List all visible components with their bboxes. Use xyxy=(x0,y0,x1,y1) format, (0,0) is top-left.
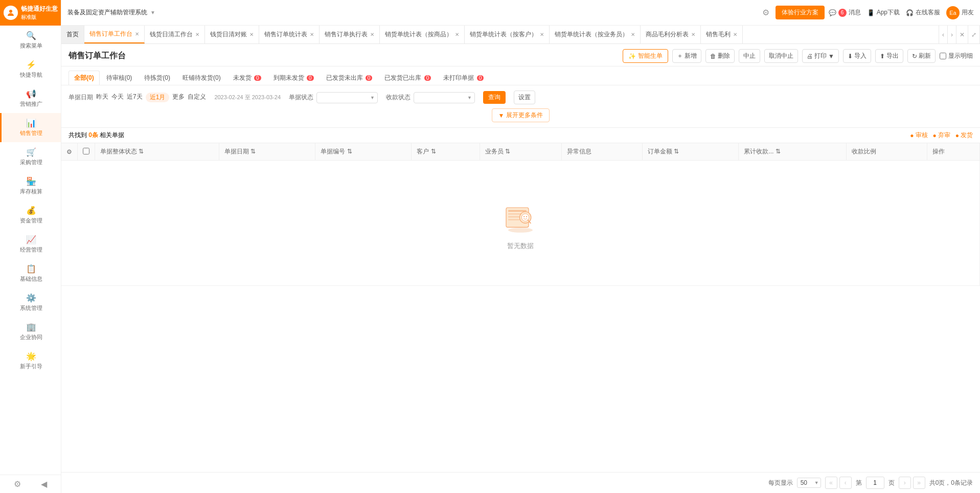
sidebar-item-marketing[interactable]: 📢 营销推广 xyxy=(0,84,61,113)
sidebar-item-inventory[interactable]: 🏪 库存核算 xyxy=(0,171,61,200)
status-select[interactable] xyxy=(316,92,378,103)
tab-home[interactable]: 首页 xyxy=(61,26,84,43)
page-first-button[interactable]: « xyxy=(825,477,837,489)
export-button[interactable]: ⬆ 导出 xyxy=(875,49,903,63)
tab-cash-reconcile[interactable]: 钱货日清对账 ✕ xyxy=(205,26,259,43)
subtab-shipped-out[interactable]: 已发货已出库 0 xyxy=(379,71,437,85)
subtab-shipped-not-out[interactable]: 已发货未出库 0 xyxy=(321,71,378,85)
sidebar-item-basicinfo[interactable]: 📋 基础信息 xyxy=(0,259,61,288)
tab-margin-analysis-close[interactable]: ✕ xyxy=(691,32,695,37)
tab-sales-stat-table-close[interactable]: ✕ xyxy=(310,32,314,37)
tab-expand[interactable]: ⤢ xyxy=(968,26,980,43)
date-7days[interactable]: 近7天 xyxy=(127,93,143,102)
tab-sales-stat-staff[interactable]: 销货单统计表（按业务员） ✕ xyxy=(550,26,641,43)
delete-button[interactable]: 🗑 删除 xyxy=(705,49,735,63)
tab-cash-reconcile-close[interactable]: ✕ xyxy=(249,32,254,37)
sidebar-item-operations[interactable]: 📈 经营管理 xyxy=(0,230,61,259)
user-menu[interactable]: Ea 用友 xyxy=(946,6,974,19)
page-last-button[interactable]: » xyxy=(913,477,925,489)
subtab-pending-review[interactable]: 待审核(0) xyxy=(101,71,138,85)
tab-sales-revenue[interactable]: 销售毛利 ✕ xyxy=(701,26,743,43)
sidebar-item-guide[interactable]: 🌟 新手引导 xyxy=(0,346,61,375)
tab-sales-revenue-close[interactable]: ✕ xyxy=(733,32,737,37)
th-checkbox[interactable] xyxy=(78,143,95,161)
ship-action[interactable]: ● 发货 xyxy=(955,131,973,140)
th-collected[interactable]: 累计收款... ⇅ xyxy=(739,143,847,161)
tab-sales-order-close[interactable]: ✕ xyxy=(135,31,139,37)
th-amount[interactable]: 订单金额 ⇅ xyxy=(643,143,739,161)
tab-cash-daily-close[interactable]: ✕ xyxy=(195,32,199,37)
subtab-wangpu[interactable]: 旺铺待发货(0) xyxy=(177,71,226,85)
tab-sales-stat-customer[interactable]: 销货单统计表（按客户） ✕ xyxy=(465,26,550,43)
revoke-action[interactable]: ● 弃审 xyxy=(933,131,950,140)
th-status[interactable]: 单据整体状态 ⇅ xyxy=(95,143,219,161)
tab-sales-stat-table[interactable]: 销售订单统计表 ✕ xyxy=(259,26,320,43)
th-date[interactable]: 单据日期 ⇅ xyxy=(219,143,315,161)
tab-sales-exec[interactable]: 销售订单执行表 ✕ xyxy=(320,26,380,43)
sort-icon-date: ⇅ xyxy=(250,148,256,155)
sidebar-item-purchase[interactable]: 🛒 采购管理 xyxy=(0,142,61,171)
cancel-suspend-button[interactable]: 取消中止 xyxy=(764,49,798,63)
experience-button[interactable]: 体验行业方案 xyxy=(776,6,825,19)
query-button[interactable]: 查询 xyxy=(483,91,506,104)
settings-bottom-button[interactable]: ⚙ xyxy=(14,479,21,489)
tab-sales-order[interactable]: 销售订单工作台 ✕ xyxy=(84,26,145,43)
online-service-button[interactable]: 🎧 在线客服 xyxy=(906,8,940,17)
tab-margin-analysis[interactable]: 商品毛利分析表 ✕ xyxy=(641,26,701,43)
page-next-button[interactable]: › xyxy=(899,477,911,489)
sidebar-item-sales[interactable]: 📊 销售管理 xyxy=(0,113,61,142)
print-button[interactable]: 🖨 打印 ▼ xyxy=(802,49,839,63)
date-more[interactable]: 更多 xyxy=(172,93,185,102)
topbar-settings-icon[interactable]: ⚙ xyxy=(762,8,769,17)
tab-scroll-left[interactable]: ‹ xyxy=(939,26,948,43)
page-prev-button[interactable]: ‹ xyxy=(839,477,852,489)
th-customer[interactable]: 客户 ⇅ xyxy=(412,143,480,161)
table-head: ⚙ 单据整体状态 ⇅ 单据日期 ⇅ 单据编号 xyxy=(61,143,980,161)
not-printed-badge: 0 xyxy=(477,75,484,81)
subtab-all[interactable]: 全部(0) xyxy=(69,71,100,85)
subtab-not-shipped[interactable]: 未发货 0 xyxy=(227,71,267,85)
th-settings[interactable]: ⚙ xyxy=(61,143,78,161)
review-action[interactable]: ● 审核 xyxy=(910,131,927,140)
settings-button[interactable]: 设置 xyxy=(514,91,535,104)
date-1month[interactable]: 近1月 xyxy=(146,93,170,102)
page-size-select[interactable]: 10 20 50 100 xyxy=(797,478,821,488)
tab-close-current[interactable]: ✕ xyxy=(956,26,968,43)
sidebar-item-finance[interactable]: 💰 资金管理 xyxy=(0,200,61,230)
subtab-overdue-not-shipped[interactable]: 到期未发货 0 xyxy=(268,71,320,85)
sidebar-item-quicknav[interactable]: ⚡ 快捷导航 xyxy=(0,55,61,84)
tab-sales-stat-product-close[interactable]: ✕ xyxy=(455,32,459,37)
tab-sales-stat-product[interactable]: 销货单统计表（按商品） ✕ xyxy=(380,26,465,43)
tab-cash-daily[interactable]: 钱货日清工作台 ✕ xyxy=(145,26,205,43)
th-number[interactable]: 单据编号 ⇅ xyxy=(315,143,412,161)
page-number-input[interactable] xyxy=(866,477,884,489)
tab-sales-stat-staff-close[interactable]: ✕ xyxy=(631,32,635,37)
app-download-button[interactable]: 📱 App下载 xyxy=(867,8,900,17)
select-all-checkbox[interactable] xyxy=(83,148,89,154)
add-button[interactable]: ＋ 新增 xyxy=(672,49,701,63)
collapse-button[interactable]: ◀ xyxy=(41,479,47,489)
sidebar-item-search[interactable]: 🔍 搜索菜单 xyxy=(0,26,61,55)
tab-scroll-right[interactable]: › xyxy=(948,26,956,43)
show-detail-checkbox[interactable] xyxy=(940,53,946,59)
date-today[interactable]: 今天 xyxy=(111,93,124,102)
show-detail-checkbox-label[interactable]: 显示明细 xyxy=(940,52,973,60)
date-yesterday[interactable]: 昨天 xyxy=(96,93,108,102)
th-staff[interactable]: 业务员 ⇅ xyxy=(480,143,562,161)
tab-sales-exec-close[interactable]: ✕ xyxy=(370,32,374,37)
tab-sales-stat-customer-close[interactable]: ✕ xyxy=(540,32,544,37)
payment-select[interactable] xyxy=(414,92,475,103)
date-custom[interactable]: 自定义 xyxy=(188,93,206,102)
subtab-pending-inspect[interactable]: 待拣货(0) xyxy=(139,71,176,85)
import-button[interactable]: ⬇ 导入 xyxy=(843,49,871,63)
sidebar-item-enterprise[interactable]: 🏢 企业协同 xyxy=(0,317,61,346)
subtab-not-printed[interactable]: 未打印单据 0 xyxy=(438,71,489,85)
chevron-down-icon[interactable]: ▼ xyxy=(150,10,155,15)
expand-filter-button[interactable]: ▼ 展开更多条件 xyxy=(492,108,550,122)
topbar: 装备及固定资产辅助管理系统 ▼ ⚙ 体验行业方案 💬 6 消息 📱 App下载 … xyxy=(61,0,980,26)
sidebar-item-system[interactable]: ⚙️ 系统管理 xyxy=(0,288,61,317)
smart-create-button[interactable]: ✨ 智能生单 xyxy=(623,49,668,63)
messages-button[interactable]: 💬 6 消息 xyxy=(829,8,861,17)
suspend-button[interactable]: 中止 xyxy=(739,49,760,63)
refresh-button[interactable]: ↻ 刷新 xyxy=(907,49,936,63)
